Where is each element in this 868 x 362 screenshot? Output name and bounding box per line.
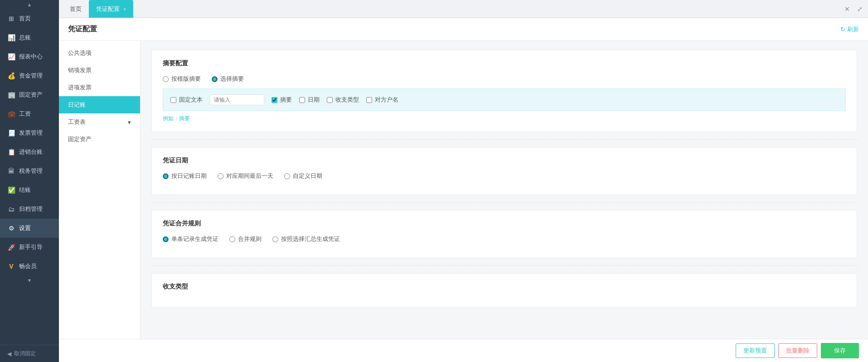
sidebar-item-salary[interactable]: 💼 工资 [0, 104, 59, 123]
voucher-date-title: 凭证日期 [163, 157, 846, 165]
left-nav: 公共选项 销项发票 进项发票 日记账 工资表 ▾ 固定资产 [59, 41, 141, 339]
closing-icon: ✅ [7, 186, 15, 194]
sidebar-item-member[interactable]: V 畅会员 [0, 257, 59, 276]
radio-last-day-input[interactable] [218, 173, 223, 179]
merge-rules-title: 凭证合并规则 [163, 220, 846, 228]
assets-icon: 🏢 [7, 91, 15, 98]
tax-icon: 🏛 [7, 167, 15, 175]
page-title: 凭证配置 [68, 24, 97, 34]
sidebar-item-tax[interactable]: 🏛 税务管理 [0, 161, 59, 181]
member-icon: V [7, 263, 15, 270]
merge-rules-section: 凭证合并规则 单条记录生成凭证 合并规则 按照选择汇总生成凭证 [151, 210, 857, 258]
left-nav-fixed-assets[interactable]: 固定资产 [59, 131, 140, 148]
radio-journal-date[interactable]: 按日记账日期 [163, 172, 207, 180]
checkbox-summary[interactable]: 摘要 [272, 96, 292, 104]
checkbox-counterpart[interactable]: 对方户名 [366, 96, 398, 104]
left-nav-journal[interactable]: 日记账 [59, 96, 140, 113]
summary-config-title: 摘要配置 [163, 59, 846, 68]
sidebar-unpin[interactable]: ◀ 取消固定 [0, 345, 59, 362]
refresh-icon: ↻ [840, 26, 845, 33]
left-nav-payroll[interactable]: 工资表 ▾ [59, 113, 140, 131]
checkbox-fixed-text-input[interactable] [170, 97, 176, 103]
left-nav-purchase[interactable]: 进项发票 [59, 79, 140, 96]
example-text: 例如：摘要 [163, 115, 846, 122]
checkbox-summary-input[interactable] [272, 97, 277, 103]
sidebar-item-purchase-sale[interactable]: 📋 进销台账 [0, 142, 59, 161]
purchase-sale-icon: 📋 [7, 148, 15, 156]
radio-single-record-input[interactable] [163, 236, 169, 242]
sidebar-item-closing[interactable]: ✅ 结账 [0, 181, 59, 200]
radio-last-day[interactable]: 对应期间最后一天 [218, 172, 273, 180]
sidebar-scroll-up[interactable]: ▲ [0, 0, 59, 9]
summary-checkbox-row: 固定文本 摘要 日期 收支类型 [163, 88, 846, 111]
radio-select-merge-input[interactable] [272, 236, 278, 242]
save-button[interactable]: 保存 [821, 343, 859, 358]
guide-icon: 🚀 [7, 244, 15, 251]
window-close-btn[interactable]: ✕ [843, 5, 852, 14]
voucher-date-section: 凭证日期 按日记账日期 对应期间最后一天 自定义日期 [151, 147, 857, 195]
sidebar-item-reports[interactable]: 📈 报表中心 [0, 47, 59, 66]
radio-custom-date-input[interactable] [284, 173, 290, 179]
radio-journal-date-input[interactable] [163, 173, 169, 179]
radio-select-summary-input[interactable] [212, 76, 218, 82]
sidebar-item-home[interactable]: ⊞ 首页 [0, 9, 59, 28]
window-resize-btn[interactable]: ⤢ [855, 5, 864, 14]
tab-close-btn[interactable]: × [123, 6, 126, 12]
settings-icon: ⚙ [7, 225, 15, 232]
sidebar-item-invoice[interactable]: 🧾 发票管理 [0, 123, 59, 142]
tab-home[interactable]: 首页 [63, 0, 89, 18]
income-type-title: 收支类型 [163, 283, 846, 291]
radio-template-summary[interactable]: 按模版摘要 [163, 75, 201, 83]
content-layout: 公共选项 销项发票 进项发票 日记账 工资表 ▾ 固定资产 [59, 41, 868, 339]
sidebar-item-guide[interactable]: 🚀 新手引导 [0, 238, 59, 257]
radio-select-merge[interactable]: 按照选择汇总生成凭证 [272, 235, 340, 243]
invoice-icon: 🧾 [7, 129, 15, 137]
checkbox-counterpart-input[interactable] [366, 97, 372, 103]
left-nav-public[interactable]: 公共选项 [59, 44, 140, 62]
checkbox-date[interactable]: 日期 [299, 96, 320, 104]
reports-icon: 📈 [7, 53, 15, 60]
home-icon: ⊞ [7, 15, 15, 22]
summary-config-section: 摘要配置 按模版摘要 选择摘要 [151, 50, 857, 132]
right-content: 摘要配置 按模版摘要 选择摘要 [141, 41, 868, 339]
income-type-section: 收支类型 [151, 273, 857, 308]
page-content: 凭证配置 ↻ 刷新 公共选项 销项发票 进项发票 日记账 [59, 18, 868, 362]
tab-actions: ✕ ⤢ [843, 5, 864, 14]
sidebar-item-archive[interactable]: 🗂 归档管理 [0, 200, 59, 219]
funds-icon: 💰 [7, 72, 15, 79]
chevron-down-icon: ▾ [128, 119, 131, 126]
sidebar-scroll-down[interactable]: ▼ [0, 276, 59, 285]
checkbox-date-input[interactable] [299, 97, 305, 103]
checkbox-income-type[interactable]: 收支类型 [327, 96, 359, 104]
sidebar-item-assets[interactable]: 🏢 固定资产 [0, 85, 59, 104]
unpin-icon: ◀ [7, 351, 11, 357]
checkbox-income-type-input[interactable] [327, 97, 333, 103]
sidebar-item-settings[interactable]: ⚙ 设置 [0, 219, 59, 238]
sidebar-item-ledger[interactable]: 📊 总账 [0, 28, 59, 47]
radio-merge-rule[interactable]: 合并规则 [229, 235, 262, 243]
sidebar-item-funds[interactable]: 💰 资金管理 [0, 66, 59, 85]
radio-single-record[interactable]: 单条记录生成凭证 [163, 235, 218, 243]
tab-voucher-config[interactable]: 凭证配置 × [89, 0, 133, 18]
radio-select-summary[interactable]: 选择摘要 [212, 75, 244, 83]
checkbox-fixed-text[interactable]: 固定文本 [170, 96, 203, 104]
page-header: 凭证配置 ↻ 刷新 [59, 18, 868, 41]
archive-icon: 🗂 [7, 205, 15, 213]
tab-bar: 首页 凭证配置 × ✕ ⤢ [59, 0, 868, 18]
sidebar: ▲ ⊞ 首页 📊 总账 📈 报表中心 💰 资金管理 🏢 固定资产 💼 工资 🧾 … [0, 0, 59, 362]
summary-radio-group: 按模版摘要 选择摘要 [163, 75, 846, 83]
radio-merge-rule-input[interactable] [229, 236, 235, 242]
bottom-bar: 更新预置 批量删除 保存 [59, 339, 868, 362]
ledger-icon: 📊 [7, 34, 15, 41]
voucher-date-radio-group: 按日记账日期 对应期间最后一天 自定义日期 [163, 172, 846, 180]
left-nav-sales[interactable]: 销项发票 [59, 62, 140, 79]
main-area: 首页 凭证配置 × ✕ ⤢ 凭证配置 ↻ 刷新 公共选项 [59, 0, 868, 362]
fixed-text-input[interactable] [210, 94, 264, 105]
merge-rules-radio-group: 单条记录生成凭证 合并规则 按照选择汇总生成凭证 [163, 235, 846, 243]
update-preview-button[interactable]: 更新预置 [736, 343, 775, 358]
batch-delete-button[interactable]: 批量删除 [778, 343, 817, 358]
radio-custom-date[interactable]: 自定义日期 [284, 172, 322, 180]
salary-icon: 💼 [7, 110, 15, 117]
radio-template-summary-input[interactable] [163, 76, 169, 82]
refresh-button[interactable]: ↻ 刷新 [840, 25, 859, 34]
